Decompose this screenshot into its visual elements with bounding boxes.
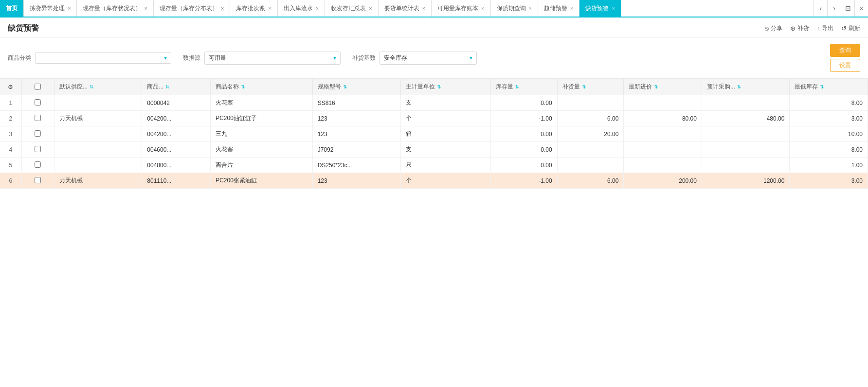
table-row[interactable]: 2 力天机械 004200... PC200油缸缸子 123 个 -1.00 6… — [0, 111, 868, 126]
th-min-stock[interactable]: 最低库存 ⇅ — [790, 79, 868, 95]
tab-bar: 首页 拣货异常处理 × 现存量（库存状况表） × 现存量（库存分布表） × 库存… — [0, 0, 868, 18]
export-label: 导出 — [822, 24, 833, 33]
refresh-button[interactable]: ↺ 刷新 — [841, 24, 860, 33]
row-unit-2: 箱 — [401, 126, 490, 142]
th-stock-label: 库存量 — [496, 83, 513, 91]
row-unit-0: 支 — [401, 95, 490, 111]
tab-restore-button[interactable]: ⊡ — [841, 0, 854, 17]
export-button[interactable]: ↑ 导出 — [817, 24, 834, 33]
row-replenish-qty-1: 6.00 — [557, 111, 624, 126]
tab-exception-close[interactable]: × — [68, 5, 71, 11]
tab-shortage-close[interactable]: × — [612, 5, 615, 11]
category-select[interactable]: ▾ — [35, 52, 171, 64]
tab-inventory-dist-close[interactable]: × — [221, 5, 224, 11]
th-default-supplier[interactable]: 默认供应... ⇅ — [54, 79, 142, 95]
row-checkbox-5[interactable] — [21, 173, 54, 189]
th-spec[interactable]: 规格型号 ⇅ — [312, 79, 401, 95]
tab-inventory-dist[interactable]: 现存量（库存分布表） × — [154, 0, 230, 17]
row-name-4: 离合片 — [211, 158, 313, 173]
row-min-stock-0: 8.00 — [790, 95, 868, 111]
row-est-purchase-1: 480.00 — [702, 111, 789, 126]
table-header-row: ⚙ 默认供应... ⇅ — [0, 79, 868, 95]
tab-exception[interactable]: 拣货异常处理 × — [24, 0, 77, 17]
row-min-stock-1: 3.00 — [790, 111, 868, 126]
tab-overstock[interactable]: 超储预警 × — [538, 0, 579, 17]
replenish-base-filter-label: 补货基数 — [352, 54, 376, 62]
row-code-2: 004200... — [142, 126, 211, 142]
row-replenish-qty-2: 20.00 — [557, 126, 624, 142]
row-checkbox-4[interactable] — [21, 158, 54, 173]
tab-available-ledger[interactable]: 可用量库存账本 × — [432, 0, 490, 17]
row-stock-1: -1.00 — [490, 111, 557, 126]
tab-order-stats-close[interactable]: × — [422, 5, 425, 11]
row-spec-3: J7092 — [312, 142, 401, 158]
row-code-3: 004600... — [142, 142, 211, 158]
row-checkbox-3[interactable] — [21, 142, 54, 158]
settings-button[interactable]: 设置 — [830, 59, 860, 72]
table-body: 1 0000042 火花塞 SS816 支 0.00 8.00 2 力天机械 0… — [0, 95, 868, 189]
tab-available-ledger-close[interactable]: × — [481, 5, 484, 11]
table-row[interactable]: 3 004200... 三九 123 箱 0.00 20.00 10.00 — [0, 126, 868, 142]
tab-home[interactable]: 首页 — [0, 0, 24, 17]
tab-order-stats-label: 要货单统计表 — [384, 4, 419, 13]
row-spec-4: DS250*23c... — [312, 158, 401, 173]
th-latest-price-label: 最新进价 — [629, 83, 652, 91]
row-checkbox-0[interactable] — [21, 95, 54, 111]
th-gear[interactable]: ⚙ — [0, 79, 21, 95]
row-no-2: 3 — [0, 126, 21, 142]
tab-batch-account-close[interactable]: × — [268, 5, 271, 11]
tab-inout-flow-close[interactable]: × — [316, 5, 319, 11]
datasource-filter-group: 数据源 可用量 ▾ — [183, 52, 341, 65]
th-spec-label: 规格型号 — [318, 83, 341, 91]
tab-exception-label: 拣货异常处理 — [30, 4, 65, 13]
th-stock[interactable]: 库存量 ⇅ — [490, 79, 557, 95]
tab-receive-summary[interactable]: 收发存汇总表 × — [325, 0, 378, 17]
row-unit-3: 支 — [401, 142, 490, 158]
row-checkbox-1[interactable] — [21, 111, 54, 126]
row-checkbox-2[interactable] — [21, 126, 54, 142]
tab-expiry-query-close[interactable]: × — [529, 5, 532, 11]
table-row[interactable]: 6 力天机械 801110... PC200张紧油缸 123 个 -1.00 6… — [0, 173, 868, 189]
row-latest-price-2 — [624, 126, 702, 142]
row-est-purchase-4 — [702, 158, 789, 173]
th-latest-price[interactable]: 最新进价 ⇅ — [624, 79, 702, 95]
query-button[interactable]: 查询 — [830, 44, 860, 57]
tab-next-button[interactable]: › — [827, 0, 841, 17]
tab-inventory-dist-label: 现存量（库存分布表） — [160, 4, 218, 13]
th-replenish-qty[interactable]: 补货量 ⇅ — [557, 79, 624, 95]
tab-batch-account[interactable]: 库存批次账 × — [230, 0, 277, 17]
table-row[interactable]: 1 0000042 火花塞 SS816 支 0.00 8.00 — [0, 95, 868, 111]
th-checkbox[interactable] — [21, 79, 54, 95]
select-all-checkbox[interactable] — [35, 84, 41, 90]
row-supplier-4 — [54, 158, 142, 173]
tab-receive-summary-close[interactable]: × — [369, 5, 372, 11]
replenish-base-select[interactable]: 安全库存 ▾ — [380, 52, 477, 65]
tab-order-stats[interactable]: 要货单统计表 × — [379, 0, 432, 17]
th-est-purchase-label: 预计采购... — [707, 83, 735, 91]
replenish-button[interactable]: ⊕ 补货 — [790, 24, 809, 33]
th-unit[interactable]: 主计量单位 ⇅ — [401, 79, 490, 95]
row-latest-price-1: 80.00 — [624, 111, 702, 126]
row-code-1: 004200... — [142, 111, 211, 126]
tab-prev-button[interactable]: ‹ — [814, 0, 827, 17]
tab-inventory-status-close[interactable]: × — [144, 5, 147, 11]
th-product-code-label: 商品... — [147, 83, 163, 91]
tab-expiry-query[interactable]: 保质期查询 × — [491, 0, 538, 17]
tab-close-all-button[interactable]: × — [854, 0, 868, 17]
th-est-purchase[interactable]: 预计采购... ⇅ — [702, 79, 789, 95]
th-product-code[interactable]: 商品... ⇅ — [142, 79, 211, 95]
row-spec-2: 123 — [312, 126, 401, 142]
filter-actions: 查询 设置 — [830, 44, 860, 72]
share-button[interactable]: ⎋ 分享 — [765, 24, 782, 33]
th-product-name[interactable]: 商品名称 ⇅ — [211, 79, 313, 95]
tab-inventory-status[interactable]: 现存量（库存状况表） × — [77, 0, 153, 17]
header-actions: ⎋ 分享 ⊕ 补货 ↑ 导出 ↺ 刷新 — [765, 24, 861, 33]
tab-inout-flow[interactable]: 出入库流水 × — [278, 0, 325, 17]
table-row[interactable]: 4 004600... 火花塞 J7092 支 0.00 8.00 — [0, 142, 868, 158]
row-no-0: 1 — [0, 95, 21, 111]
tab-shortage[interactable]: 缺货预警 × — [579, 0, 621, 17]
datasource-select[interactable]: 可用量 ▾ — [204, 52, 341, 65]
gear-settings-icon[interactable]: ⚙ — [5, 84, 17, 90]
table-row[interactable]: 5 004800... 离合片 DS250*23c... 只 0.00 1.00 — [0, 158, 868, 173]
tab-overstock-close[interactable]: × — [570, 5, 573, 11]
